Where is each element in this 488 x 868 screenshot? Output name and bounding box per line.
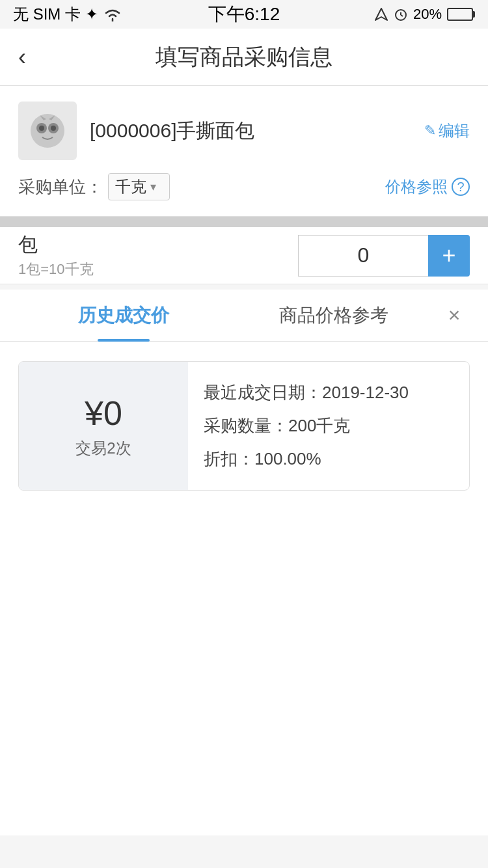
history-price-card: ¥0 交易2次 最近成交日期：2019-12-30 采购数量：200千克 折扣：… [18, 361, 470, 491]
tab-close-button[interactable]: × [439, 300, 470, 331]
svg-point-8 [51, 126, 56, 131]
nav-bar: ‹ 填写商品采购信息 [0, 29, 488, 86]
battery-icon [447, 8, 475, 21]
wifi-icon [103, 7, 122, 21]
tabs-panel: 历史成交价 商品价格参考 × ¥0 交易2次 最近成交日期：2019-12-30 [0, 290, 488, 510]
edit-button[interactable]: ✎ 编辑 [424, 120, 470, 141]
quantity-input-group: 0 + [298, 235, 470, 277]
price-details: 最近成交日期：2019-12-30 采购数量：200千克 折扣：100.00% [188, 362, 469, 490]
status-left: 无 SIM 卡 ✦ [13, 4, 122, 25]
product-header: [0000006]手撕面包 ✎ 编辑 [18, 102, 470, 160]
tab-product-price-ref-label: 商品价格参考 [279, 303, 388, 328]
status-right: 20% [374, 6, 475, 23]
product-image [28, 111, 67, 150]
tabs-header: 历史成交价 商品价格参考 × [0, 290, 488, 342]
product-name: [0000006]手撕面包 [90, 118, 254, 144]
svg-line-3 [401, 15, 403, 16]
quantity-label-group: 包 1包=10千克 [18, 232, 94, 279]
quantity-plus-button[interactable]: + [428, 235, 470, 277]
location-icon [374, 7, 388, 21]
quantity-row: 包 1包=10千克 0 + [0, 227, 488, 284]
price-amount: ¥0 [85, 394, 122, 433]
product-info: [0000006]手撕面包 ✎ 编辑 [90, 118, 470, 144]
product-name-row: [0000006]手撕面包 ✎ 编辑 [90, 118, 470, 144]
quantity-conversion-label: 1包=10千克 [18, 260, 94, 279]
unit-label: 采购单位： 千克 ▾ [18, 173, 170, 200]
alarm-icon [394, 7, 408, 21]
page-title: 填写商品采购信息 [156, 42, 332, 72]
discount-row: 折扣：100.00% [204, 446, 454, 472]
status-bar: 无 SIM 卡 ✦ 下午6:12 20% [0, 0, 488, 29]
product-card: [0000006]手撕面包 ✎ 编辑 采购单位： 千克 ▾ 价格参照 ? [0, 86, 488, 217]
unit-select[interactable]: 千克 ▾ [108, 173, 170, 200]
bottom-area [0, 510, 488, 835]
svg-point-7 [39, 126, 44, 131]
dropdown-arrow-icon: ▾ [150, 180, 156, 194]
tab-content-history-price: ¥0 交易2次 最近成交日期：2019-12-30 采购数量：200千克 折扣：… [0, 342, 488, 510]
price-summary: ¥0 交易2次 [19, 362, 188, 490]
svg-point-4 [31, 114, 64, 148]
help-icon: ? [452, 178, 470, 196]
product-thumbnail [18, 102, 77, 160]
section-divider [0, 217, 488, 227]
status-time: 下午6:12 [208, 2, 280, 27]
purchase-qty-row: 采购数量：200千克 [204, 413, 454, 439]
quantity-unit-label: 包 [18, 232, 94, 258]
svg-marker-0 [375, 8, 387, 20]
product-unit-row: 采购单位： 千克 ▾ 价格参照 ? [18, 173, 470, 200]
battery-percent: 20% [413, 6, 442, 23]
edit-icon: ✎ [424, 122, 436, 139]
back-button[interactable]: ‹ [18, 44, 26, 71]
recent-date-row: 最近成交日期：2019-12-30 [204, 380, 454, 405]
tab-product-price-ref[interactable]: 商品价格参考 [228, 290, 439, 342]
price-transactions: 交易2次 [75, 438, 131, 459]
tab-history-price[interactable]: 历史成交价 [18, 290, 228, 342]
quantity-input[interactable]: 0 [298, 235, 428, 277]
tab-history-price-label: 历史成交价 [78, 303, 169, 328]
tab-active-indicator [98, 339, 150, 342]
sim-label: 无 SIM 卡 ✦ [13, 4, 98, 25]
price-ref-button[interactable]: 价格参照 ? [385, 176, 470, 197]
